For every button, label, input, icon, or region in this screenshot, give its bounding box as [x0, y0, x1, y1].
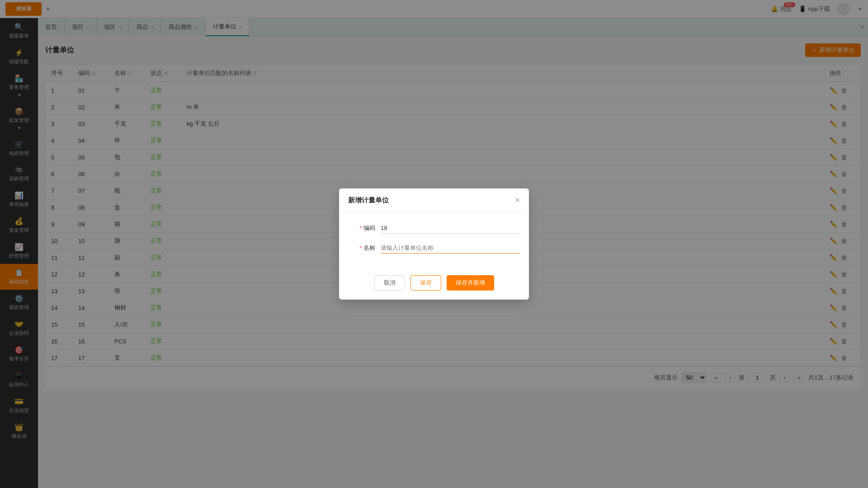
modal-close-button[interactable]: ×	[515, 196, 520, 205]
form-group-name: 名称	[348, 243, 520, 253]
name-input[interactable]	[381, 243, 520, 253]
modal-header: 新增计量单位 ×	[339, 188, 529, 212]
cancel-button[interactable]: 取消	[374, 275, 405, 291]
modal-overlay: 新增计量单位 × 编码 名称 取消 保存 保存并新增	[0, 0, 868, 488]
modal-body: 编码 名称	[339, 212, 529, 270]
add-unit-modal: 新增计量单位 × 编码 名称 取消 保存 保存并新增	[339, 188, 529, 300]
code-label: 编码	[348, 224, 375, 232]
name-label: 名称	[348, 244, 375, 252]
code-input[interactable]	[381, 223, 520, 234]
modal-title: 新增计量单位	[348, 196, 389, 205]
save-and-new-button[interactable]: 保存并新增	[447, 275, 494, 291]
form-group-code: 编码	[348, 223, 520, 234]
modal-footer: 取消 保存 保存并新增	[339, 270, 529, 300]
save-button[interactable]: 保存	[410, 275, 441, 291]
